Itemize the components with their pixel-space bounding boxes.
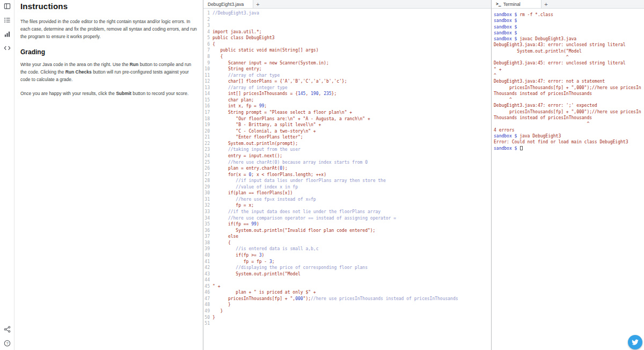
- text-segment: button to record your score.: [131, 91, 188, 96]
- instructions-panel: Instructions The files provided in the c…: [14, 0, 203, 350]
- line-number: 37: [203, 234, 210, 240]
- terminal-line: sandbox $: [494, 30, 642, 36]
- prompt-user: sandbox: [494, 134, 512, 138]
- code-line: 22 System.out.println(prompt);: [203, 141, 491, 147]
- code-text: //DebugEight3.java: [213, 10, 259, 17]
- terminal-panel: >_ Terminal + sandbox $ rm -f *.classsan…: [491, 0, 644, 350]
- line-number: 19: [203, 122, 210, 128]
- terminal-tab-bar: >_ Terminal +: [492, 0, 644, 9]
- terminal-output[interactable]: sandbox $ rm -f *.classsandbox $ sandbox…: [492, 9, 644, 350]
- line-number: 12: [203, 78, 210, 85]
- code-line: 8 {: [203, 54, 491, 60]
- line-number: 20: [203, 128, 210, 135]
- terminal-prompt-icon: >_: [496, 2, 501, 6]
- line-number: 51: [203, 320, 210, 327]
- terminal-line: pricesInThousands[fp] + ",000");//here u…: [494, 109, 642, 121]
- code-text: //here use charAt(0) because array index…: [213, 159, 368, 166]
- code-text: char[] floorPlans = {'A','B','C','a','b'…: [213, 78, 347, 85]
- code-line: 15 char plan;: [203, 97, 491, 104]
- svg-text:?: ?: [6, 341, 8, 346]
- code-line: 36 System.out.println("Invalid floor pla…: [203, 228, 491, 234]
- terminal-error-text: System.out.println("Model: [494, 49, 582, 54]
- code-line: 33 //if the input data does not lie unde…: [203, 209, 491, 215]
- workspace-icon[interactable]: [4, 3, 11, 10]
- terminal-error-text: DebugEight3.java:45: error: unclosed str…: [494, 61, 626, 65]
- line-number: 36: [203, 228, 210, 234]
- code-line: 34 //here use comparison operator == ins…: [203, 215, 491, 222]
- code-lines[interactable]: 1//DebugEight3.java234import java.util.*…: [203, 9, 491, 350]
- stats-icon[interactable]: [4, 31, 11, 38]
- terminal-line: DebugEight3.java:47: error: not a statem…: [494, 78, 642, 84]
- code-line: 45" +: [203, 283, 491, 290]
- code-line: 48 }: [203, 302, 491, 308]
- code-line: 23 //taking input from the user: [203, 147, 491, 153]
- terminal-error-text: ^: [494, 55, 569, 60]
- prompt-symbol: $: [512, 134, 519, 138]
- line-number: 14: [203, 91, 210, 97]
- grading-paragraph: Write your Java code in the area on the …: [20, 61, 197, 83]
- line-number: 6: [203, 41, 210, 48]
- code-text: if(fp == 99): [213, 221, 259, 228]
- line-number: 8: [203, 54, 210, 60]
- line-number: 48: [203, 302, 210, 308]
- code-text: {: [213, 54, 223, 60]
- line-number: 10: [203, 66, 210, 72]
- bold-term: Submit: [116, 91, 131, 96]
- terminal-line: ^: [494, 121, 642, 127]
- terminal-line: " +: [494, 67, 642, 72]
- terminal-tab-label: Terminal: [503, 2, 521, 7]
- terminal-line: DebugEight3.java:43: error: unclosed str…: [494, 42, 642, 48]
- line-number: 33: [203, 209, 210, 215]
- code-text: for(x = 0; x < floorPlans.length; ++x): [213, 172, 326, 178]
- code-line: 4import java.util.*;: [203, 29, 491, 35]
- app-window: ? Instructions The files provided in the…: [0, 0, 644, 350]
- line-number: 23: [203, 147, 210, 153]
- code-text: String entry;: [213, 66, 262, 72]
- line-number: 15: [203, 97, 210, 104]
- prompt-symbol: $: [512, 12, 519, 17]
- code-text: else: [213, 234, 238, 240]
- code-text: System.out.println("Model: [213, 271, 301, 278]
- share-icon[interactable]: [4, 326, 11, 333]
- code-text: //here use comparison operator == instea…: [213, 215, 396, 222]
- terminal-line: System.out.println("Model: [494, 48, 642, 54]
- editor-tab-label: DebugEight3.java: [208, 2, 244, 7]
- code-text: //taking input from the user: [213, 147, 301, 153]
- code-line: 24 entry = input.next();: [203, 153, 491, 159]
- text-segment: Write your Java code in the area on the …: [20, 62, 129, 67]
- code-text: {: [213, 41, 215, 48]
- new-file-tab-button[interactable]: +: [253, 0, 262, 8]
- code-line: 29 //value of index x in fp: [203, 184, 491, 191]
- bold-term: Run Checks: [65, 69, 92, 75]
- line-number: 42: [203, 265, 210, 271]
- code-line: 9 Scanner input = new Scanner(System.in)…: [203, 60, 491, 67]
- code-text: System.out.println(prompt);: [213, 141, 298, 147]
- code-text: char plan;: [213, 97, 254, 104]
- code-text: pricesInThousands[fp] + ",000");//here u…: [213, 296, 458, 302]
- code-line: 2: [203, 17, 491, 23]
- terminal-line: pricesInThousands[fp] + ",000");//here u…: [494, 85, 642, 97]
- code-text: plan = entry.charAt(0);: [213, 165, 288, 172]
- code-text: entry = input.next();: [213, 153, 282, 159]
- help-icon[interactable]: ?: [4, 340, 11, 347]
- checklist-icon[interactable]: [4, 17, 11, 24]
- tab-debugeight3-java[interactable]: DebugEight3.java: [203, 0, 253, 8]
- grading-heading: Grading: [20, 48, 197, 56]
- line-number: 25: [203, 159, 210, 166]
- tab-terminal[interactable]: >_ Terminal: [492, 0, 541, 8]
- code-line: 3: [203, 23, 491, 29]
- code-line: 49 }: [203, 308, 491, 315]
- code-text: "Our floorPlans are:\n" + "A - Augusta, …: [213, 116, 370, 122]
- new-terminal-tab-button[interactable]: +: [541, 0, 551, 8]
- terminal-line: 4 errors: [494, 127, 642, 133]
- code-text: "Enter floorPlans letter";: [213, 134, 303, 141]
- feedback-chat-button[interactable]: [628, 335, 642, 349]
- line-number: 13: [203, 85, 210, 91]
- line-number: 31: [203, 196, 210, 203]
- code-line: 7 public static void main(String[] args): [203, 47, 491, 54]
- code-line: 42 //displaying the price of correspondi…: [203, 265, 491, 271]
- code-text: "B - Brittany, a split level\n" +: [213, 122, 321, 128]
- line-number: 2: [203, 17, 210, 23]
- code-icon[interactable]: [4, 45, 11, 52]
- intro-paragraph: The files provided in the code editor to…: [20, 18, 197, 40]
